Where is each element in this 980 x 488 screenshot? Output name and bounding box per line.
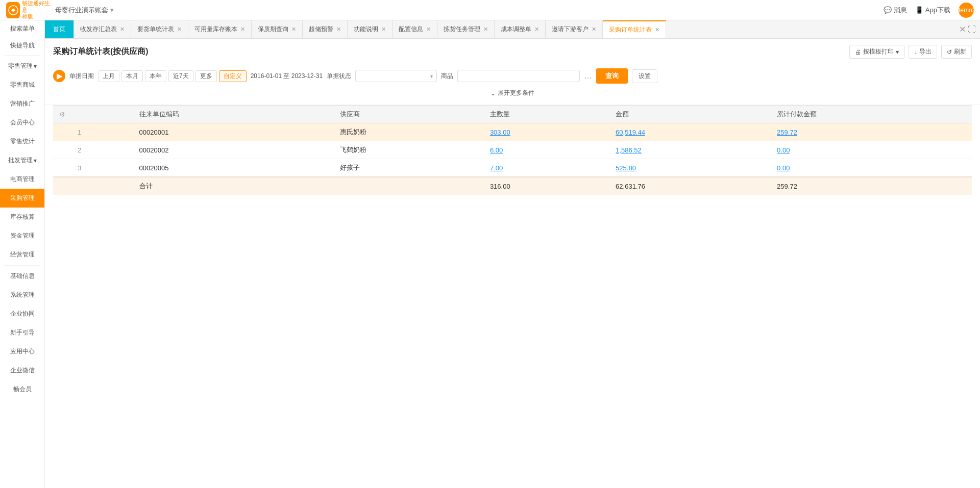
tab-10[interactable]: 邀请下游客户 ✕	[546, 20, 603, 39]
sidebar-item-retail-manage[interactable]: 零售管理▾	[0, 57, 44, 75]
refresh-icon: ↺	[947, 48, 952, 56]
avatar[interactable]: demo2	[959, 3, 974, 18]
more-filter-icon[interactable]: …	[584, 71, 592, 81]
cell-amount[interactable]: 525.80	[609, 159, 771, 177]
tab-close-icon[interactable]: ✕	[426, 26, 431, 33]
message-button[interactable]: 💬 消息	[884, 6, 907, 15]
sidebar-item-retail-stats[interactable]: 零售统计	[0, 132, 44, 151]
sidebar-item-new-guide[interactable]: 新手引导	[0, 323, 44, 342]
sidebar: 搜索菜单 快捷导航 零售管理▾ 零售商城 营销推广 会员中心 零售统计 批发管理…	[0, 20, 45, 488]
date-label: 单据日期	[69, 72, 94, 81]
tab-4[interactable]: 保质期查询 ✕	[252, 20, 303, 39]
tab-close-icon[interactable]: ✕	[177, 26, 182, 33]
sidebar-item-basic-info[interactable]: 基础信息	[0, 267, 44, 286]
expand-more-button[interactable]: ⌄ 展开更多条件	[53, 87, 972, 99]
cell-cumulative-pay[interactable]: 0.00	[771, 159, 972, 177]
sidebar-item-system[interactable]: 系统管理	[0, 286, 44, 304]
export-button[interactable]: ↓ 导出	[909, 45, 937, 59]
sidebar-item-purchase[interactable]: 采购管理	[0, 189, 44, 208]
last-7days-button[interactable]: 近7天	[168, 70, 193, 82]
sidebar-item-wholesale[interactable]: 批发管理▾	[0, 151, 44, 170]
this-year-button[interactable]: 本年	[145, 70, 166, 82]
tab-close-icon[interactable]: ✕	[291, 26, 296, 33]
col-amount-header: 金额	[609, 106, 771, 123]
sidebar-item-marketing[interactable]: 营销推广	[0, 94, 44, 113]
this-month-button[interactable]: 本月	[121, 70, 143, 82]
cell-num: 3	[71, 159, 133, 177]
tab-close-icon[interactable]: ✕	[483, 26, 488, 33]
tab-close-icon[interactable]: ✕	[240, 26, 245, 33]
tab-1[interactable]: 收发存汇总表 ✕	[74, 20, 131, 39]
cell-cumulative-pay[interactable]: 259.72	[771, 123, 972, 141]
tab-close-icon[interactable]: ✕	[655, 27, 659, 33]
app-download-button[interactable]: 📱 App下载	[915, 6, 950, 15]
tab-2[interactable]: 要货单统计表 ✕	[131, 20, 188, 39]
sidebar-item-app-center[interactable]: 应用中心	[0, 342, 44, 361]
refresh-button[interactable]: ↺ 刷新	[941, 45, 972, 59]
custom-date-badge[interactable]: 自定义	[219, 70, 247, 82]
footer-num-cell	[71, 177, 133, 195]
cell-amount[interactable]: 60,519.44	[609, 123, 771, 141]
cell-unit-code: 00020001	[133, 123, 334, 141]
print-button[interactable]: 🖨 按模板打印 ▾	[849, 45, 904, 59]
sidebar-item-operations[interactable]: 经营管理	[0, 245, 44, 264]
tab-11[interactable]: 采购订单统计表 ✕	[603, 20, 666, 39]
workspace-selector[interactable]: 母婴行业演示账套 ▾	[55, 6, 114, 15]
tab-5[interactable]: 超储预警 ✕	[303, 20, 348, 39]
sidebar-item-retail-shop[interactable]: 零售商城	[0, 75, 44, 94]
cell-settings	[53, 159, 71, 177]
sidebar-item-member[interactable]: 会员中心	[0, 113, 44, 132]
cell-amount[interactable]: 1,586.52	[609, 141, 771, 159]
tab-close-all-icon[interactable]: ✕	[959, 24, 966, 34]
chevron-down-icon: ▾	[34, 157, 37, 164]
sidebar-item-member-vip[interactable]: 畅会员	[0, 380, 44, 399]
tab-close-icon[interactable]: ✕	[592, 26, 596, 33]
sidebar-item-corp-wechat[interactable]: 企业微信	[0, 361, 44, 380]
tab-8[interactable]: 拣货任务管理 ✕	[437, 20, 495, 39]
more-dates-button[interactable]: 更多	[195, 70, 217, 82]
footer-main-qty: 316.00	[484, 177, 609, 195]
sidebar-item-finance[interactable]: 资金管理	[0, 226, 44, 245]
tab-expand-icon[interactable]: ⛶	[968, 25, 976, 34]
cell-main-qty[interactable]: 6.00	[484, 141, 609, 159]
table-row: 1 00020001 惠氏奶粉 303.00 60,519.44 259.72	[53, 123, 972, 141]
tab-close-icon[interactable]: ✕	[120, 26, 125, 33]
goods-input[interactable]	[457, 70, 580, 82]
tab-3[interactable]: 可用量库存账本 ✕	[188, 20, 252, 39]
tab-close-icon[interactable]: ✕	[336, 26, 341, 33]
tab-7[interactable]: 配置信息 ✕	[393, 20, 437, 39]
last-month-button[interactable]: 上月	[98, 70, 119, 82]
sidebar-item-ecommerce[interactable]: 电商管理	[0, 170, 44, 189]
printer-icon: 🖨	[855, 48, 861, 56]
mobile-icon: 📱	[915, 6, 923, 14]
cell-main-qty[interactable]: 303.00	[484, 123, 609, 141]
tab-6[interactable]: 功能说明 ✕	[348, 20, 393, 39]
footer-cumulative-pay: 259.72	[771, 177, 972, 195]
sidebar-item-corp-collab[interactable]: 企业协同	[0, 304, 44, 323]
chevron-down-icon: ▾	[110, 6, 114, 14]
chevron-down-icon: ▾	[896, 48, 899, 56]
settings-button[interactable]: 设置	[632, 69, 657, 83]
sidebar-divider	[4, 55, 40, 56]
filter-toggle-button[interactable]: ▶	[53, 70, 65, 82]
sidebar-search[interactable]: 搜索菜单	[0, 20, 44, 37]
logo-area: 畅捷通好生意 标版	[6, 0, 51, 20]
tab-home[interactable]: 首页	[45, 20, 74, 39]
status-select-wrapper	[355, 70, 437, 82]
status-select[interactable]	[355, 70, 437, 82]
sidebar-item-inventory[interactable]: 库存核算	[0, 208, 44, 226]
col-cumulative-pay-header: 累计付款金额	[771, 106, 972, 123]
cell-main-qty[interactable]: 7.00	[484, 159, 609, 177]
col-main-qty-header: 主数量	[484, 106, 609, 123]
tab-close-icon[interactable]: ✕	[534, 26, 539, 33]
page-header-actions: 🖨 按模板打印 ▾ ↓ 导出 ↺ 刷新	[849, 45, 972, 59]
tab-close-icon[interactable]: ✕	[381, 26, 386, 33]
tab-9[interactable]: 成本调整单 ✕	[495, 20, 546, 39]
footer-amount: 62,631.76	[609, 177, 771, 195]
query-button[interactable]: 查询	[596, 68, 628, 84]
date-quick-buttons: 上月 本月 本年 近7天 更多 自定义	[98, 70, 247, 82]
cell-cumulative-pay[interactable]: 0.00	[771, 141, 972, 159]
col-settings-header: ⚙	[53, 106, 71, 123]
sidebar-quick-nav[interactable]: 快捷导航	[0, 37, 44, 54]
column-settings-icon[interactable]: ⚙	[59, 111, 65, 118]
